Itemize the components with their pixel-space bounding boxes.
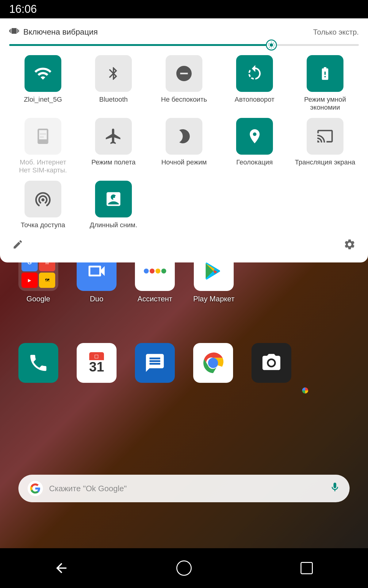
wifi-icon [25, 55, 61, 92]
nav-recent-button[interactable] [294, 556, 319, 580]
tile-screenshot[interactable]: Длинный сним. [80, 181, 147, 229]
battery-icon [307, 55, 343, 92]
location-icon [236, 118, 273, 155]
dnd-icon [166, 55, 202, 92]
autorotate-label: Автоповорот [235, 96, 274, 104]
nav-back-button[interactable] [49, 556, 74, 580]
settings-button[interactable] [343, 238, 356, 253]
tile-autorotate[interactable]: Автоповорот [221, 55, 288, 112]
tile-dnd[interactable]: Не беспокоить [150, 55, 218, 112]
tile-airplane[interactable]: Режим полета [80, 118, 147, 175]
brightness-row[interactable] [9, 44, 359, 46]
mobile-label: Моб. Интернет Нет SIM-карты. [19, 158, 67, 175]
messages-icon [135, 343, 175, 383]
tile-hotspot[interactable]: Точка доступа [9, 181, 77, 229]
screenshot-label: Длинный сним. [90, 221, 137, 229]
location-label: Геолокация [236, 158, 273, 166]
app-chrome[interactable]: Chr [193, 343, 233, 395]
camera-icon [251, 343, 291, 383]
tile-battery[interactable]: Режим умной экономии [291, 55, 359, 112]
search-placeholder: Скажите "Ok Google" [49, 484, 323, 493]
airplane-icon [95, 118, 132, 155]
brightness-slider-track[interactable] [9, 44, 359, 46]
tile-bluetooth[interactable]: Bluetooth [80, 55, 147, 112]
battery-label: Режим умной экономии [291, 96, 359, 112]
assistant-label: Ассистент [137, 295, 172, 303]
app-camera[interactable]: Cam [251, 343, 291, 395]
calendar-icon: ◻ 31 [77, 343, 117, 383]
nightmode-icon [166, 118, 202, 155]
tile-cast[interactable]: Трансляция экрана [291, 118, 359, 175]
duo-label: Duo [90, 295, 103, 303]
phone-icon [18, 343, 58, 383]
tiles-grid: Zloi_inet_5G Bluetooth Не беспокоить [9, 55, 359, 229]
status-bar: 16:06 [0, 0, 368, 18]
nav-home-button[interactable] [172, 556, 196, 580]
hotspot-icon [25, 181, 61, 217]
app-phone[interactable]: Tel [18, 343, 58, 395]
chrome-icon [193, 343, 233, 383]
bluetooth-label: Bluetooth [99, 96, 128, 104]
panel-bottom [9, 235, 359, 253]
dnd-label: Не беспокоить [161, 96, 207, 104]
nav-bar [0, 548, 368, 588]
app-row-2: Tel ◻ 31 Cal Msg [0, 343, 310, 395]
tile-mobile[interactable]: Моб. Интернет Нет SIM-карты. [9, 118, 77, 175]
app-calendar[interactable]: ◻ 31 Cal [77, 343, 117, 395]
google-g-icon [28, 481, 43, 496]
app-messages[interactable]: Msg [135, 343, 175, 395]
playstore-label: Play Маркет [193, 295, 235, 303]
tile-location[interactable]: Геолокация [221, 118, 288, 175]
screenshot-icon [95, 181, 132, 217]
mobile-icon [25, 118, 61, 155]
brightness-slider-fill [9, 44, 271, 46]
airplane-label: Режим полета [91, 158, 136, 166]
nightmode-label: Ночной режим [161, 158, 207, 166]
tile-nightmode[interactable]: Ночной режим [150, 118, 218, 175]
edit-button[interactable] [12, 239, 23, 253]
hotspot-label: Точка доступа [21, 221, 65, 229]
extra-label: Только экстр. [313, 28, 359, 36]
search-bar[interactable]: Скажите "Ok Google" [18, 475, 350, 502]
bluetooth-icon [95, 55, 132, 92]
svg-point-1 [269, 360, 274, 366]
vibration-icon [9, 26, 19, 38]
mic-icon[interactable] [329, 482, 340, 495]
cast-icon [307, 118, 343, 155]
wifi-label: Zloi_inet_5G [24, 96, 62, 104]
autorotate-icon [236, 55, 273, 92]
google-label: Google [26, 295, 50, 303]
quick-settings-panel: Включена вибрация Только экстр. Zloi_ine… [0, 0, 368, 262]
cast-label: Трансляция экрана [295, 158, 355, 166]
tile-wifi[interactable]: Zloi_inet_5G [9, 55, 77, 112]
brightness-slider-thumb[interactable] [266, 40, 277, 51]
status-time: 16:06 [9, 3, 37, 16]
vibration-left: Включена вибрация [9, 26, 98, 38]
vibration-label: Включена вибрация [23, 27, 98, 37]
